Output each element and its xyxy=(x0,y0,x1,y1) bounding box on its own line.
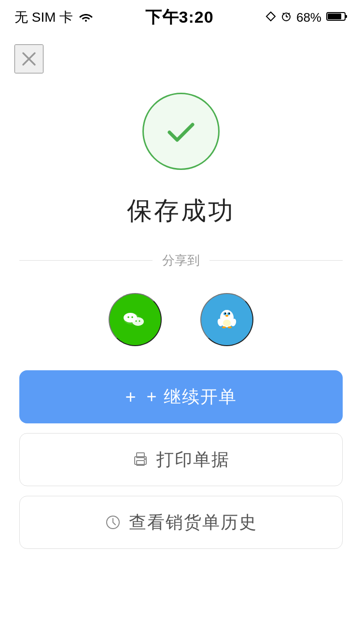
svg-point-24 xyxy=(223,320,231,326)
share-wechat-button[interactable] xyxy=(109,293,162,346)
svg-point-25 xyxy=(222,326,226,328)
svg-point-22 xyxy=(225,315,228,317)
svg-point-15 xyxy=(139,321,140,322)
svg-rect-4 xyxy=(345,15,347,18)
svg-point-12 xyxy=(127,316,129,318)
success-section: 保存成功 xyxy=(19,93,343,228)
svg-point-21 xyxy=(229,313,230,314)
history-label: 查看销货单历史 xyxy=(129,511,257,534)
share-section: 分享到 xyxy=(19,252,343,346)
location-icon xyxy=(265,10,276,25)
print-button[interactable]: 打印单据 xyxy=(19,433,343,486)
svg-point-11 xyxy=(132,317,144,326)
history-button[interactable]: 查看销货单历史 xyxy=(19,496,343,549)
sim-text: 无 SIM 卡 xyxy=(14,8,73,27)
svg-rect-5 xyxy=(328,14,341,19)
share-label: 分享到 xyxy=(162,252,200,269)
wifi-icon xyxy=(79,10,93,25)
svg-point-32 xyxy=(144,458,146,460)
success-title: 保存成功 xyxy=(127,194,235,228)
print-label: 打印单据 xyxy=(156,448,230,472)
continue-label: + 继续开单 xyxy=(147,385,237,409)
svg-point-13 xyxy=(131,316,133,318)
status-bar: 无 SIM 卡 下午3:20 68% xyxy=(0,0,362,35)
divider-right xyxy=(209,260,343,261)
share-divider: 分享到 xyxy=(19,252,343,269)
battery-percent: 68% xyxy=(296,10,321,25)
svg-point-20 xyxy=(225,313,226,314)
continue-icon: + xyxy=(125,387,137,407)
action-buttons: + + 继续开单 打印单据 查看销货单历史 xyxy=(19,370,343,549)
share-icons xyxy=(19,293,343,346)
alarm-icon xyxy=(281,10,292,25)
svg-point-26 xyxy=(228,326,232,328)
svg-point-14 xyxy=(136,321,137,322)
close-button[interactable] xyxy=(14,44,43,73)
main-content: 保存成功 分享到 xyxy=(0,35,362,549)
status-right: 68% xyxy=(265,10,348,25)
history-icon xyxy=(105,514,121,531)
success-circle xyxy=(142,93,220,170)
continue-order-button[interactable]: + + 继续开单 xyxy=(19,370,343,423)
print-icon xyxy=(132,451,149,468)
share-qq-button[interactable] xyxy=(200,293,253,346)
battery-icon xyxy=(326,10,348,25)
status-left: 无 SIM 卡 xyxy=(14,8,93,27)
divider-left xyxy=(19,260,153,261)
status-time: 下午3:20 xyxy=(145,6,214,28)
